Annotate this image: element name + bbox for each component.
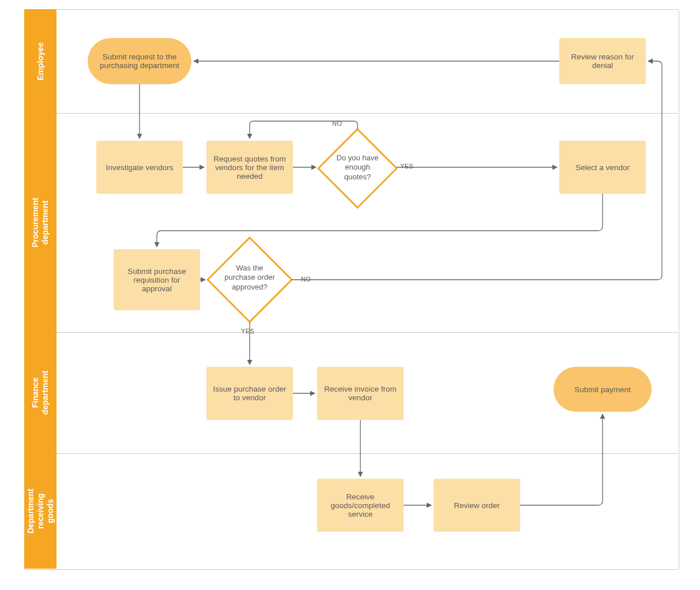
label-yes: YES [241,328,254,335]
label-no: NO [332,120,342,127]
node-text: Issue purchase order to vendor [211,385,288,402]
node-submit-pr: Submit purchase requisition for approval [114,249,200,310]
node-text: Do you have enough quotes? [332,153,383,182]
node-text: Investigate vendors [106,163,173,172]
node-submit-request: Submit request to the purchasing departm… [88,38,191,84]
node-investigate-vendors: Investigate vendors [96,141,183,194]
node-text: Review reason for denial [564,52,641,70]
node-po-approved-decision: Was the purchase order approved? [206,236,293,323]
node-text: Select a vendor [575,163,630,172]
node-text: Submit request to the purchasing departm… [92,52,187,70]
node-issue-po: Issue purchase order to vendor [206,367,293,420]
node-text: Receive goods/completed service [322,493,399,518]
node-receive-invoice: Receive invoice from vendor [317,367,404,420]
lane-separator [57,332,678,333]
node-text: Receive invoice from vendor [322,385,399,402]
lane-separator [57,113,678,114]
lane-label: Procurement department [31,198,50,247]
lane-separator [57,453,678,454]
node-text: Submit purchase requisition for approval [118,267,195,293]
lane-label: Department receiving goods [26,488,55,533]
node-receive-goods: Receive goods/completed service [317,479,404,532]
swimlane-diagram: Employee Procurement department Finance … [0,0,700,590]
lane-header-procurement: Procurement department [24,113,57,332]
label-no: NO [301,276,311,283]
node-text: Submit payment [574,385,631,394]
node-submit-payment: Submit payment [554,367,652,412]
node-enough-quotes-decision: Do you have enough quotes? [317,128,398,209]
node-text: Request quotes from vendors for the item… [211,155,288,181]
lane-label: Finance department [31,371,50,415]
lane-header-receiving: Department receiving goods [24,453,57,569]
lane-header-employee: Employee [24,9,57,113]
node-request-quotes: Request quotes from vendors for the item… [206,141,293,194]
node-select-vendor: Select a vendor [559,141,646,194]
node-text: Was the purchase order approved? [224,264,276,292]
node-review-denial: Review reason for denial [559,38,646,84]
lane-label: Employee [36,42,46,80]
node-review-order: Review order [434,479,520,532]
label-yes: YES [400,163,413,170]
lane-header-finance: Finance department [24,332,57,453]
node-text: Review order [454,501,500,510]
